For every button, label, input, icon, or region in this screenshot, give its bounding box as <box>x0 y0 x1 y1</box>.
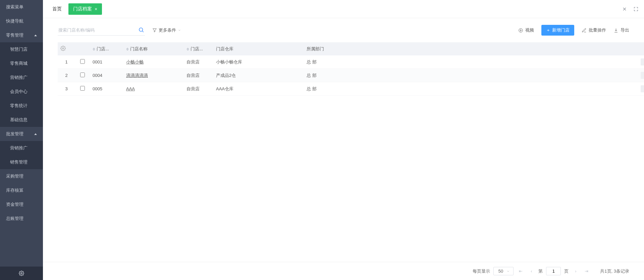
sidebar-item[interactable]: 营销推广 <box>0 141 43 155</box>
close-all-button[interactable] <box>621 6 628 12</box>
sidebar-item[interactable]: 会员中心 <box>0 85 43 99</box>
sidebar-item[interactable]: 销售管理 <box>0 155 43 169</box>
next-page-button[interactable]: › <box>572 268 579 275</box>
sidebar-settings[interactable] <box>0 267 43 280</box>
cell-type: 自营店 <box>184 69 213 82</box>
export-label: 导出 <box>621 27 629 33</box>
add-store-label: 新增门店 <box>552 27 570 33</box>
cell-dept: 总 部 <box>304 82 472 96</box>
tabbar: 首页 门店档案 × <box>43 0 644 18</box>
more-filter-label: 更多条件 <box>159 27 176 33</box>
page-suffix: 页 <box>564 268 569 274</box>
sidebar-item[interactable]: 资金管理 <box>0 197 43 212</box>
tab-home[interactable]: 首页 <box>48 3 66 15</box>
sidebar: 搜索菜单快捷导航零售管理智慧门店零售商城营销推广会员中心零售统计基础信息批发管理… <box>0 0 43 280</box>
cell-type: 自营店 <box>184 55 213 69</box>
th-checkbox <box>75 42 90 55</box>
chevron-down-icon <box>506 270 510 273</box>
sidebar-item-label: 批发管理 <box>6 131 23 137</box>
cell-warehouse: AAA仓库 <box>213 82 304 96</box>
tab-store-archive[interactable]: 门店档案 × <box>68 3 102 15</box>
sidebar-item[interactable]: 零售统计 <box>0 99 43 113</box>
pager-summary: 共1页, 3条记录 <box>600 268 629 274</box>
last-page-button[interactable]: ⇥ <box>583 268 590 275</box>
cell-dept: 总 部 <box>304 55 472 69</box>
th-type[interactable]: 门店... <box>184 42 213 55</box>
svg-point-1 <box>519 28 523 32</box>
batch-label: 批量操作 <box>589 27 606 33</box>
status-badge: 正常 <box>641 58 644 65</box>
sidebar-group[interactable]: 零售管理 <box>0 28 43 42</box>
add-store-button[interactable]: ＋ 新增门店 <box>541 25 574 36</box>
export-icon <box>613 28 619 33</box>
search-icon[interactable] <box>138 27 144 33</box>
status-badge: 正常 <box>641 72 644 79</box>
per-page-value: 50 <box>498 269 503 274</box>
tab-label: 门店档案 <box>73 6 92 12</box>
table-row: 10001小畅小畅自营店小畅小畅仓库总 部正常 <box>58 55 644 69</box>
funnel-icon <box>152 28 157 33</box>
first-page-button[interactable]: ⇤ <box>517 268 524 275</box>
sidebar-item[interactable]: 库存核算 <box>0 183 43 197</box>
store-name-link[interactable]: 小畅小畅 <box>126 59 144 64</box>
row-index: 3 <box>58 82 75 96</box>
table-row: 30005AAA自营店AAA仓库总 部正常 <box>58 82 644 96</box>
sidebar-item[interactable]: 基础信息 <box>0 113 43 127</box>
per-page-select[interactable]: 50 <box>493 267 514 275</box>
sidebar-item[interactable]: 总账管理 <box>0 212 43 226</box>
main-content: 首页 门店档案 × 更多条件 <box>43 0 644 280</box>
cell-code: 0005 <box>90 82 123 96</box>
cell-dept: 总 部 <box>304 69 472 82</box>
page-prefix: 第 <box>538 268 543 274</box>
row-checkbox[interactable] <box>80 59 85 64</box>
prev-page-button[interactable]: ‹ <box>528 268 535 275</box>
table-row: 20004滴滴滴滴滴自营店产成品2仓总 部正常 <box>58 69 644 82</box>
sidebar-group[interactable]: 批发管理 <box>0 127 43 141</box>
toolbar: 更多条件 视频 ＋ 新增门店 批量操作 导出 <box>43 18 644 42</box>
cell-warehouse: 产成品2仓 <box>213 69 304 82</box>
row-index: 2 <box>58 69 75 82</box>
fullscreen-button[interactable] <box>633 6 639 12</box>
export-button[interactable]: 导出 <box>613 27 629 33</box>
store-name-link[interactable]: AAA <box>126 86 135 91</box>
more-filter-button[interactable]: 更多条件 <box>152 27 181 33</box>
chevron-up-icon <box>34 35 37 36</box>
sidebar-item[interactable]: 智慧门店 <box>0 42 43 56</box>
th-warehouse: 门店仓库 <box>213 42 304 55</box>
row-checkbox[interactable] <box>80 86 85 91</box>
sidebar-item[interactable]: 搜索菜单 <box>0 0 43 14</box>
th-dept: 所属部门 <box>304 42 472 55</box>
batch-button[interactable]: 批量操作 <box>582 27 606 33</box>
chevron-up-icon <box>34 133 37 135</box>
plus-icon: ＋ <box>546 27 550 33</box>
sidebar-item[interactable]: 零售商城 <box>0 56 43 71</box>
row-checkbox[interactable] <box>80 73 85 77</box>
pager: 每页显示 50 ⇤ ‹ 第 页 › ⇥ 共1页, 3条记录 <box>43 262 644 280</box>
video-button[interactable]: 视频 <box>518 27 534 33</box>
chevron-down-icon <box>178 29 181 32</box>
th-name[interactable]: 门店名称 <box>123 42 184 55</box>
cell-code: 0004 <box>90 69 123 82</box>
store-table: 门店... 门店名称 门店... 门店仓库 所属部门 状态 操作 10001小畅… <box>58 42 644 96</box>
per-page-label: 每页显示 <box>473 268 490 274</box>
page-input[interactable] <box>546 267 561 275</box>
svg-point-0 <box>139 28 143 32</box>
cell-type: 自营店 <box>184 82 213 96</box>
sidebar-item[interactable]: 快捷导航 <box>0 14 43 28</box>
th-status[interactable]: 状态 <box>472 42 644 55</box>
sidebar-item[interactable]: 营销推广 <box>0 71 43 85</box>
close-icon[interactable]: × <box>95 6 97 12</box>
sidebar-item[interactable]: 采购管理 <box>0 169 43 183</box>
th-code[interactable]: 门店... <box>90 42 123 55</box>
sidebar-item-label: 零售管理 <box>6 32 23 38</box>
cell-code: 0001 <box>90 55 123 69</box>
edit-icon <box>582 28 587 33</box>
gear-icon <box>19 271 24 276</box>
store-name-link[interactable]: 滴滴滴滴滴 <box>126 73 148 78</box>
column-settings-button[interactable] <box>58 42 75 55</box>
row-index: 1 <box>58 55 75 69</box>
play-circle-icon <box>518 28 523 33</box>
svg-point-2 <box>62 48 64 49</box>
video-label: 视频 <box>525 27 534 33</box>
search-input[interactable] <box>58 25 145 36</box>
